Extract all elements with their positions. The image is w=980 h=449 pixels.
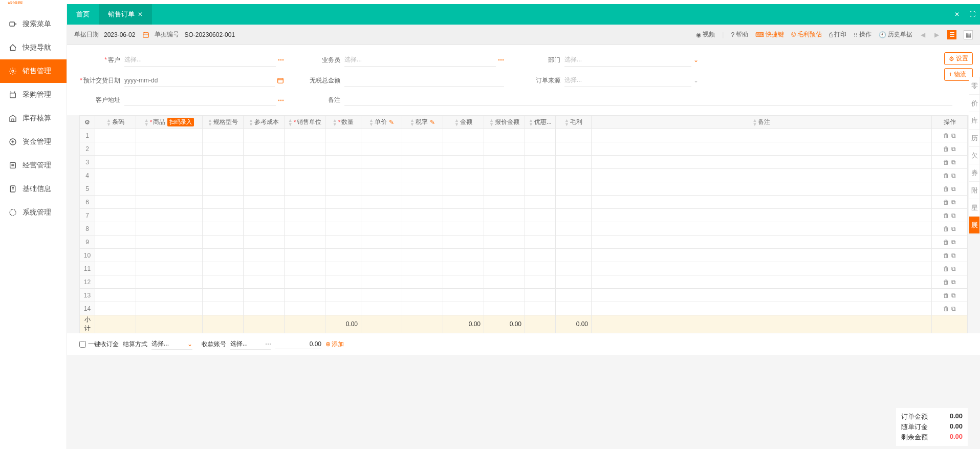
copy-row-icon[interactable]: ⧉ xyxy=(951,305,956,312)
sidebar-item-0[interactable]: 搜索菜单 xyxy=(0,12,67,36)
table-row[interactable]: 1🗑⧉ xyxy=(80,129,968,142)
th-taxrate[interactable]: ▲▼税率✎ xyxy=(402,116,443,129)
fullscreen-icon[interactable]: ⛶ xyxy=(965,4,980,25)
copy-row-icon[interactable]: ⧉ xyxy=(951,185,956,193)
video-link[interactable]: ◉ 视频 xyxy=(696,30,715,39)
th-product[interactable]: ▲▼*商品扫码录入 xyxy=(136,116,203,129)
tab-close-all-button[interactable]: ✕ xyxy=(949,4,965,25)
order-source-input[interactable]: 选择... xyxy=(564,74,691,87)
th-price[interactable]: ▲▼单价✎ xyxy=(361,116,402,129)
sidebar-item-3[interactable]: 采购管理 xyxy=(0,83,67,106)
table-row[interactable]: 11🗑⧉ xyxy=(80,262,968,275)
print-link[interactable]: ⎙ 打印 xyxy=(829,30,846,39)
customer-input[interactable]: 选择... xyxy=(124,53,276,67)
sidebar-item-7[interactable]: 基础信息 xyxy=(0,177,67,201)
date-value[interactable]: 2023-06-02 xyxy=(104,31,135,38)
sidebar-item-5[interactable]: 资金管理 xyxy=(0,130,67,154)
price-edit-icon[interactable]: ✎ xyxy=(389,119,394,126)
customer-lookup-button[interactable]: ⋯ xyxy=(278,56,284,63)
right-panel-item-2[interactable]: 库 xyxy=(969,112,979,130)
th-saleunit[interactable]: ▲▼*销售单位 xyxy=(285,116,325,129)
notax-total-input[interactable] xyxy=(344,75,504,87)
copy-row-icon[interactable]: ⧉ xyxy=(951,199,956,206)
copy-row-icon[interactable]: ⧉ xyxy=(951,265,956,272)
sidebar-item-2[interactable]: 销售管理 xyxy=(0,59,67,83)
th-refcost[interactable]: ▲▼参考成本 xyxy=(244,116,285,129)
help-link[interactable]: ? 帮助 xyxy=(731,30,748,39)
delete-row-icon[interactable]: 🗑 xyxy=(943,132,949,139)
copy-row-icon[interactable]: ⧉ xyxy=(951,212,956,219)
scan-badge[interactable]: 扫码录入 xyxy=(167,118,194,126)
sidebar-item-4[interactable]: 库存核算 xyxy=(0,106,67,130)
delete-row-icon[interactable]: 🗑 xyxy=(943,252,949,259)
sidebar-item-6[interactable]: 经营管理 xyxy=(0,154,67,177)
deposit-checkbox[interactable]: 一键收订金 xyxy=(79,340,119,349)
delete-row-icon[interactable]: 🗑 xyxy=(943,279,949,286)
copy-row-icon[interactable]: ⧉ xyxy=(951,252,956,259)
copy-row-icon[interactable]: ⧉ xyxy=(951,145,956,153)
sidebar-item-8[interactable]: 系统管理 xyxy=(0,201,67,224)
taxrate-edit-icon[interactable]: ✎ xyxy=(430,119,435,126)
th-gear[interactable]: ⚙ xyxy=(80,116,95,129)
th-barcode[interactable]: ▲▼条码 xyxy=(95,116,136,129)
table-row[interactable]: 3🗑⧉ xyxy=(80,156,968,169)
tab-0[interactable]: 首页 xyxy=(67,4,99,25)
table-row[interactable]: 9🗑⧉ xyxy=(80,236,968,249)
salesman-input[interactable]: 选择... xyxy=(344,53,496,67)
delete-row-icon[interactable]: 🗑 xyxy=(943,225,949,232)
sidebar-item-1[interactable]: 快捷导航 xyxy=(0,36,67,59)
table-row[interactable]: 10🗑⧉ xyxy=(80,249,968,262)
delete-row-icon[interactable]: 🗑 xyxy=(943,145,949,153)
delete-row-icon[interactable]: 🗑 xyxy=(943,305,949,312)
dept-input[interactable]: 选择... xyxy=(564,53,691,67)
table-row[interactable]: 13🗑⧉ xyxy=(80,289,968,302)
shortcut-link[interactable]: ⌨ 快捷键 xyxy=(755,30,784,39)
copy-row-icon[interactable]: ⧉ xyxy=(951,172,956,179)
table-row[interactable]: 14🗑⧉ xyxy=(80,302,968,315)
delete-row-icon[interactable]: 🗑 xyxy=(943,292,949,299)
view-mode-list-button[interactable]: ☰ xyxy=(947,30,956,39)
settings-button[interactable]: ⚙ 设置 xyxy=(944,52,973,65)
copy-row-icon[interactable]: ⧉ xyxy=(951,225,956,232)
delete-row-icon[interactable]: 🗑 xyxy=(943,212,949,219)
delete-row-icon[interactable]: 🗑 xyxy=(943,185,949,193)
delete-row-icon[interactable]: 🗑 xyxy=(943,159,949,166)
address-lookup-button[interactable]: ⋯ xyxy=(278,97,284,104)
tab-close-icon[interactable]: ✕ xyxy=(138,11,143,18)
history-link[interactable]: 🕘 历史单据 xyxy=(879,30,912,39)
table-row[interactable]: 2🗑⧉ xyxy=(80,142,968,156)
table-row[interactable]: 8🗑⧉ xyxy=(80,222,968,236)
copy-row-icon[interactable]: ⧉ xyxy=(951,239,956,246)
right-panel-item-1[interactable]: 价 xyxy=(969,95,979,112)
delete-row-icon[interactable]: 🗑 xyxy=(943,239,949,246)
th-discount[interactable]: ▲▼优惠... xyxy=(525,116,556,129)
delivery-date-calendar-icon[interactable] xyxy=(277,77,284,84)
right-panel-item-7[interactable]: 星 xyxy=(969,199,979,217)
operate-link[interactable]: ⁝⁝ 操作 xyxy=(854,30,872,39)
table-row[interactable]: 6🗑⧉ xyxy=(80,196,968,209)
table-row[interactable]: 5🗑⧉ xyxy=(80,182,968,196)
right-panel-item-0[interactable]: 零 xyxy=(969,77,979,95)
settle-select[interactable]: 选择...⌄ xyxy=(151,338,192,350)
right-panel-item-4[interactable]: 欠 xyxy=(969,147,979,164)
address-input[interactable] xyxy=(124,94,276,106)
add-payment-button[interactable]: ⊕ 添加 xyxy=(325,340,344,349)
th-spec[interactable]: ▲▼规格型号 xyxy=(203,116,244,129)
copy-row-icon[interactable]: ⧉ xyxy=(951,292,956,299)
th-remark[interactable]: ▲▼备注 xyxy=(592,116,932,129)
right-panel-item-8[interactable]: 展 xyxy=(969,217,979,234)
table-row[interactable]: 12🗑⧉ xyxy=(80,275,968,289)
account-select[interactable]: 选择...⋯ xyxy=(230,338,271,350)
delete-row-icon[interactable]: 🗑 xyxy=(943,172,949,179)
gross-link[interactable]: © 毛利预估 xyxy=(791,30,822,39)
calendar-icon[interactable] xyxy=(142,31,149,38)
delete-row-icon[interactable]: 🗑 xyxy=(943,199,949,206)
next-doc-button[interactable]: ▶ xyxy=(933,31,940,38)
right-panel-item-6[interactable]: 附 xyxy=(969,182,979,199)
view-mode-grid-button[interactable]: ▦ xyxy=(964,30,973,39)
delivery-date-input[interactable] xyxy=(124,75,275,87)
right-panel-item-3[interactable]: 历 xyxy=(969,130,979,147)
copy-row-icon[interactable]: ⧉ xyxy=(951,159,956,166)
copy-row-icon[interactable]: ⧉ xyxy=(951,132,956,139)
remark-input[interactable] xyxy=(344,94,952,106)
